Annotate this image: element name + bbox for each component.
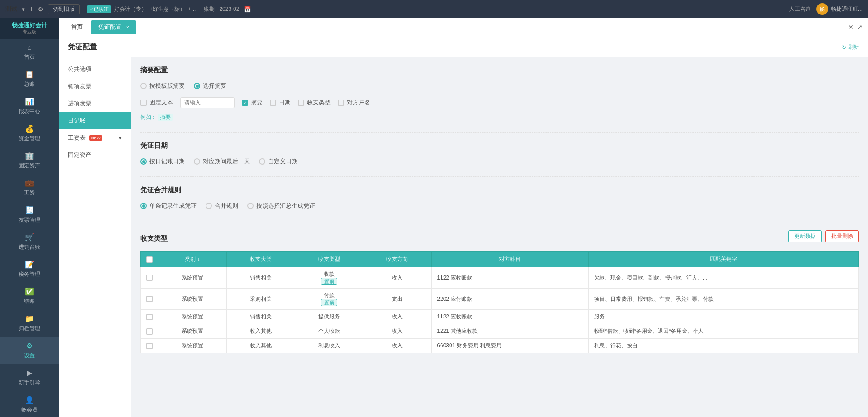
main-layout: 畅捷通好会计 专业版 ⌂ 首页 📋 总账 📊 报表中心 💰 资金管理 🏢 固定资… [0, 18, 868, 417]
table-body: 系统预置 销售相关 收款置顶 收入 1122 应收账款 欠款、现金、项目款、到款… [141, 267, 859, 353]
left-nav-item-payroll[interactable]: 工资表 NEW ▾ [59, 129, 131, 147]
summary-radio-group: 按模板版摘要 选择摘要 [140, 82, 859, 90]
top-bar-plus[interactable]: + [29, 5, 34, 13]
left-nav-item-sales[interactable]: 销项发票 [59, 78, 131, 95]
voucher-date-title: 凭证日期 [140, 142, 859, 150]
sidebar-item-reports[interactable]: 📊 报表中心 [0, 93, 59, 120]
income-type-title: 收支类型 [140, 234, 168, 243]
window-expand-button[interactable]: ⤢ [857, 24, 863, 31]
update-data-button[interactable]: 更新数据 [788, 230, 822, 242]
merge-radio-group: 单条记录生成凭证 合并规则 按照选择汇总生成凭证 [140, 202, 859, 210]
sidebar-item-archive[interactable]: 📁 归档管理 [0, 310, 59, 337]
top-bar-title: 测试 [5, 5, 17, 13]
example-highlight: 摘要 [158, 114, 173, 121]
radio-period-last[interactable]: 对应期间最后一天 [194, 157, 250, 166]
row-direction-0: 收入 [363, 267, 432, 289]
radio-summary-gen[interactable]: 按照选择汇总生成凭证 [247, 202, 315, 210]
income-table: 类别 ↓ 收支大类 收支类型 收支方向 对方科目 匹配关键字 系统预置 销售相关 [140, 251, 859, 353]
checkbox-type[interactable]: 收支类型 [298, 99, 331, 107]
tab-voucher-config[interactable]: 凭证配置 × [91, 20, 136, 34]
fixed-text-input[interactable] [180, 97, 235, 108]
sidebar-label-purchase: 进销台账 [19, 243, 40, 251]
checkbox-counterparty[interactable]: 对方户名 [338, 99, 370, 107]
sidebar-label-settings: 设置 [24, 352, 35, 360]
status-certified: ✓已认证 [87, 5, 111, 13]
radio-dot-journal [142, 160, 145, 163]
invoice-icon: 🧾 [25, 206, 34, 214]
batch-delete-button[interactable]: 批量删除 [825, 230, 859, 242]
row-checkbox-1[interactable] [141, 289, 158, 310]
refresh-button[interactable]: ↻ 刷新 [842, 43, 859, 51]
row-keywords-1: 项目、日常费用、报销款、车费、承兑汇票、付款 [588, 289, 858, 310]
tax-icon: 📝 [25, 260, 34, 269]
checkbox-box-row-4[interactable] [146, 343, 153, 349]
radio-dot-choose [196, 85, 199, 88]
radio-template[interactable]: 按模板版摘要 [140, 82, 185, 90]
checkbox-fixed-text[interactable]: 固定文本 [140, 99, 173, 107]
th-checkbox[interactable] [141, 252, 158, 267]
checkbox-box-row-1[interactable] [146, 296, 153, 302]
sidebar-item-ledger[interactable]: 📋 总账 [0, 66, 59, 93]
row-checkbox-2[interactable] [141, 310, 158, 324]
archive-icon: 📁 [25, 314, 34, 323]
refresh-icon: ↻ [842, 44, 846, 51]
radio-dot-single [142, 204, 145, 208]
left-nav-item-fixed[interactable]: 固定资产 [59, 147, 131, 164]
checkbox-box-row-0[interactable] [146, 275, 153, 281]
support-link[interactable]: 人工咨询 [789, 5, 811, 13]
sidebar-item-tax[interactable]: 📝 税务管理 [0, 256, 59, 283]
left-nav-item-public[interactable]: 公共选项 [59, 61, 131, 78]
checkbox-summary[interactable]: ✓ 摘要 [242, 99, 263, 107]
row-checkbox-0[interactable] [141, 267, 158, 289]
sidebar-label-member: 畅会员 [21, 406, 38, 414]
tab-close-icon[interactable]: × [126, 24, 129, 30]
sidebar-item-salary[interactable]: 💼 工资 [0, 174, 59, 201]
sidebar-item-assets[interactable]: 🏢 固定资产 [0, 147, 59, 174]
sidebar-item-member[interactable]: 👤 畅会员 [0, 391, 59, 417]
tab-home[interactable]: 首页 [64, 20, 90, 34]
sidebar-item-settle[interactable]: ✅ 结账 [0, 283, 59, 310]
left-nav-item-purchase[interactable]: 进项发票 [59, 95, 131, 112]
header-checkbox[interactable] [146, 256, 153, 263]
row-major-0: 销售相关 [226, 267, 295, 289]
sidebar-item-fund[interactable]: 💰 资金管理 [0, 120, 59, 147]
radio-single[interactable]: 单条记录生成凭证 [140, 202, 197, 210]
new-badge: NEW [89, 135, 102, 141]
radio-journal-date[interactable]: 按日记账日期 [140, 157, 185, 166]
top-bar-gear[interactable]: ⚙ [38, 6, 43, 13]
radio-merge-rule[interactable]: 合并规则 [206, 202, 238, 210]
th-major: 收支大类 [226, 252, 295, 267]
checkbox-box-type [298, 100, 304, 106]
row-category-1: 系统预置 [158, 289, 227, 310]
left-nav-item-journal[interactable]: 日记账 [59, 112, 131, 129]
window-close-button[interactable]: ✕ [848, 24, 854, 31]
checkbox-date[interactable]: 日期 [270, 99, 291, 107]
sidebar-item-invoice[interactable]: 🧾 发票管理 [0, 201, 59, 228]
radio-circle-summary-gen [247, 203, 254, 209]
settle-icon: ✅ [25, 287, 34, 296]
row-checkbox-3[interactable] [141, 324, 158, 339]
fund-icon: 💰 [25, 124, 34, 133]
checkbox-box-row-2[interactable] [146, 314, 153, 320]
calendar-icon[interactable]: 📅 [244, 6, 251, 13]
top-bar-dropdown-icon[interactable]: ▾ [22, 6, 25, 13]
row-account-2: 1122 应收账款 [432, 310, 589, 324]
radio-choose[interactable]: 选择摘要 [194, 82, 226, 90]
switch-version-button[interactable]: 切到旧版 [48, 4, 80, 14]
sidebar-item-settings[interactable]: ⚙ 设置 [0, 337, 59, 364]
radio-custom-date[interactable]: 自定义日期 [259, 157, 297, 166]
tag-chong-1[interactable]: 置顶 [321, 299, 337, 306]
row-checkbox-4[interactable] [141, 339, 158, 353]
logo-sub: 专业版 [23, 29, 36, 35]
table-row: 系统预置 采购相关 付款置顶 支出 2202 应付账款 项目、日常费用、报销款、… [141, 289, 859, 310]
period-value[interactable]: 2023-02 [219, 6, 239, 12]
radio-circle-period [194, 158, 200, 165]
sidebar-item-purchase[interactable]: 🛒 进销台账 [0, 228, 59, 256]
sidebar-item-home[interactable]: ⌂ 首页 [0, 39, 59, 66]
tag-chong-0[interactable]: 置顶 [321, 278, 337, 285]
row-type-3: 个人收款 [295, 324, 363, 339]
voucher-merge-section: 凭证合并规则 单条记录生成凭证 合并规则 [140, 186, 859, 210]
sidebar-item-guide[interactable]: ▶ 新手引导 [0, 364, 59, 391]
checkbox-box-row-3[interactable] [146, 328, 153, 335]
row-type-4: 利息收入 [295, 339, 363, 353]
